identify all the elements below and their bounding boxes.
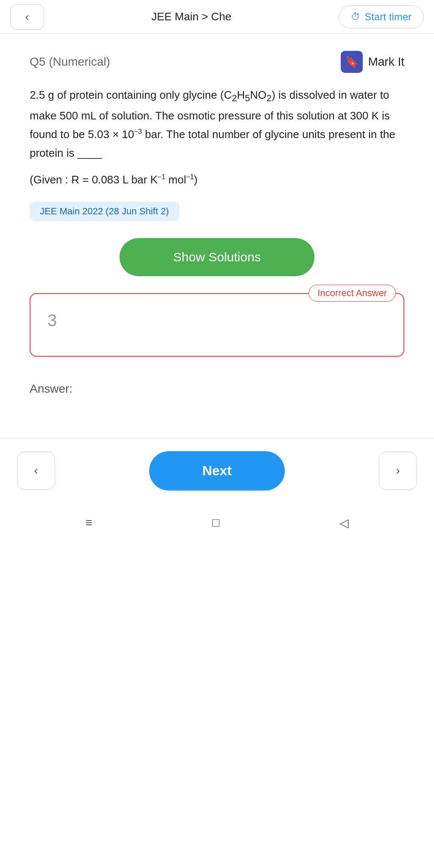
- back-button[interactable]: ‹: [10, 4, 44, 30]
- incorrect-label: Incorrect Answer: [309, 285, 396, 302]
- question-label: Q5 (Numerical): [30, 55, 110, 69]
- more-button[interactable]: ›: [379, 452, 417, 490]
- menu-icon[interactable]: ≡: [85, 516, 92, 530]
- breadcrumb: JEE Main > Che: [151, 10, 231, 23]
- main-content: Q5 (Numerical) 🔖 Mark It 2.5 g of protei…: [0, 34, 434, 438]
- answer-box[interactable]: 3: [30, 293, 404, 357]
- show-solutions-button[interactable]: Show Solutions: [120, 238, 314, 276]
- mark-it-label: Mark It: [368, 55, 404, 69]
- timer-icon: ⏱: [351, 11, 360, 22]
- prev-icon: ‹: [34, 464, 38, 477]
- tag-badge: JEE Main 2022 (28 Jun Shift 2): [30, 202, 404, 238]
- mark-it-button[interactable]: 🔖 Mark It: [341, 51, 404, 73]
- bookmark-icon: 🔖: [341, 51, 363, 73]
- system-nav-bar: ≡ □ ◁: [0, 503, 434, 543]
- answer-section: Answer:: [30, 382, 404, 396]
- question-text: 2.5 g of protein containing only glycine…: [30, 86, 404, 189]
- user-answer-value: 3: [47, 311, 57, 330]
- home-icon[interactable]: □: [212, 516, 220, 530]
- next-button[interactable]: Next: [149, 451, 285, 491]
- timer-label: Start timer: [364, 11, 412, 23]
- prev-button[interactable]: ‹: [17, 452, 55, 490]
- top-bar: ‹ JEE Main > Che ⏱ Start timer: [0, 0, 434, 34]
- answer-section-label: Answer:: [30, 382, 72, 395]
- start-timer-button[interactable]: ⏱ Start timer: [339, 6, 424, 28]
- question-header: Q5 (Numerical) 🔖 Mark It: [30, 51, 404, 73]
- back-icon: ‹: [25, 10, 29, 24]
- more-icon: ›: [396, 464, 400, 477]
- answer-input-section: Incorrect Answer 3: [30, 293, 404, 357]
- bottom-nav: ‹ Next ›: [0, 438, 434, 503]
- system-back-icon[interactable]: ◁: [339, 516, 349, 530]
